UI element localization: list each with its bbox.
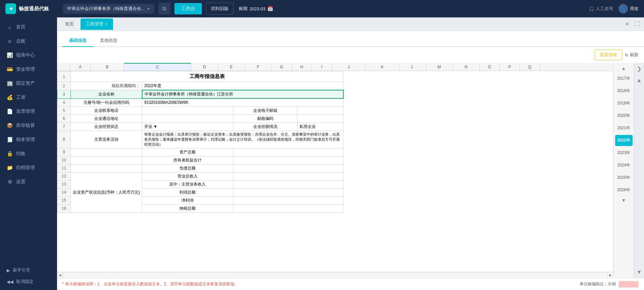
spreadsheet-table-body[interactable]: 1 工商年报信息表 2 税款所属期间： 2022年度 3 <box>57 71 613 272</box>
r7-control[interactable]: 私营企业 <box>297 123 343 131</box>
col-d-header: D <box>191 63 218 71</box>
sub-tab-other[interactable]: 其他信息 <box>93 35 124 47</box>
nav-down-icon[interactable]: ▼ <box>635 267 643 278</box>
scroll-left-icon[interactable]: ◀ <box>57 272 63 278</box>
r5-phone[interactable] <box>142 106 233 115</box>
old-version-button[interactable]: 切到旧版 <box>206 3 233 15</box>
r3-value[interactable]: 中审众环会计师事务所（特殊普通合伙）江苏分所 <box>142 90 343 98</box>
tab-close-icon[interactable]: × <box>105 22 108 26</box>
calendar-icon[interactable]: 📅 <box>267 6 273 11</box>
company-selector[interactable]: 中审众环会计师事务所（特殊普通合伙... ▼ <box>63 4 154 14</box>
table-row: 5 企业联系电话 企业电子邮箱 <box>57 106 343 115</box>
row-num-header <box>57 63 70 71</box>
r14-label: 利润总额 <box>142 188 233 196</box>
copy-button[interactable]: ⧉ <box>158 3 170 15</box>
table-row: 1 工商年报信息表 <box>57 71 343 82</box>
headset-icon: 🎧 <box>589 6 594 11</box>
sidebar-item-ledger[interactable]: ≡ 总账 <box>0 34 57 48</box>
tab-expand-button[interactable]: ⛶ <box>633 19 641 28</box>
settings-icon: ⚙ <box>7 179 13 185</box>
service-button[interactable]: 🎧 人工咨询 <box>589 6 613 12</box>
r14-value[interactable] <box>233 188 343 196</box>
r12-group-label: 企业资产状况信息(币种：人民币万元) <box>71 172 142 212</box>
unpin-button[interactable]: ◀◀ 取消固定 <box>0 276 57 287</box>
tab-business[interactable]: 工商管理 × <box>80 18 113 30</box>
sidebar-item-home[interactable]: ⌂ 首页 <box>0 20 57 34</box>
r6-postal[interactable] <box>297 115 343 123</box>
period-value: 2023-03 <box>250 6 266 11</box>
scroll-right-icon[interactable]: ▶ <box>607 272 613 278</box>
payroll-icon: 💰 <box>7 94 13 100</box>
year-up-arrow-icon[interactable]: ▲ <box>620 64 628 72</box>
col-b-header: B <box>91 63 124 71</box>
period-label: 账期 <box>239 6 248 12</box>
r11-value[interactable] <box>233 164 343 172</box>
year-2026[interactable]: 2026年 <box>615 185 633 196</box>
sidebar-item-finance[interactable]: 💳 资金管理 <box>0 62 57 76</box>
r2-value[interactable]: 2022年度 <box>142 82 343 90</box>
year-2020[interactable]: 2020年 <box>615 110 633 121</box>
reset-button[interactable]: 重置报表 <box>595 50 622 60</box>
r9-value[interactable] <box>233 148 343 156</box>
nav-collapse-icon[interactable]: ❯ <box>636 63 643 75</box>
r15-value[interactable] <box>233 196 343 204</box>
bottom-scrollbar[interactable]: ◀ ▶ <box>57 272 613 278</box>
r7-status[interactable]: 开业 ▼ <box>142 123 233 131</box>
tabs-bar: 首页 工商管理 × ✕ ⛶ <box>57 17 644 31</box>
sidebar-item-archive[interactable]: 📁 归档管理 <box>0 161 57 175</box>
year-2023[interactable]: 2023年 <box>615 147 633 158</box>
r4-value[interactable]: 91320100MA208E5W6K <box>142 98 343 106</box>
sidebar-item-reports[interactable]: 📊 报表中心 <box>0 48 57 62</box>
row-num-16: 16 <box>57 204 71 212</box>
workbench-button[interactable]: 工作台 <box>174 3 202 14</box>
invoice-icon: 📄 <box>7 108 13 115</box>
sidebar-item-assets[interactable]: 🏢 固定资产 <box>0 76 57 90</box>
user-area[interactable]: 👤 用友 <box>619 4 639 13</box>
new-guide-button[interactable]: ▶ 新手引导 <box>0 265 57 276</box>
col-header-row: A B C D E F G H I J K L M N O <box>57 63 613 71</box>
sidebar-item-inventory[interactable]: 📦 库存核算 <box>0 119 57 133</box>
r10-value[interactable] <box>233 156 343 164</box>
period-area: 账期 2023-03 📅 <box>239 6 273 12</box>
r15-label: 净利润 <box>142 196 233 204</box>
year-2019[interactable]: 2019年 <box>615 98 633 109</box>
year-down-arrow-icon[interactable]: ▼ <box>620 196 628 204</box>
tab-home[interactable]: 首页 <box>60 18 79 30</box>
row-num-3: 3 <box>57 90 71 98</box>
year-2025[interactable]: 2025年 <box>615 172 633 183</box>
nav-up-icon[interactable]: ▲ <box>635 75 643 86</box>
year-2024[interactable]: 2024年 <box>615 160 633 171</box>
r8-business[interactable]: 审查企业会计报表；出具审计报告；验证企业资本；出具验资报告；办理企业合并、分立、… <box>142 131 343 148</box>
refresh-button[interactable]: ↻ 刷新 <box>625 52 639 58</box>
row-num-13: 13 <box>57 180 71 188</box>
sidebar-label-finance: 资金管理 <box>16 66 35 72</box>
r6-address[interactable] <box>142 115 233 123</box>
r16-value[interactable] <box>233 204 343 212</box>
sidebar-label-archive: 归档管理 <box>16 165 35 171</box>
r13-value[interactable] <box>233 180 343 188</box>
row-num-10: 10 <box>57 156 71 164</box>
sub-tab-basic[interactable]: 基础信息 <box>62 35 93 47</box>
row-num-11: 11 <box>57 164 71 172</box>
year-2022[interactable]: 2022年 <box>615 135 633 146</box>
r5-email[interactable] <box>297 106 343 115</box>
sidebar-item-settings[interactable]: ⚙ 设置 <box>0 175 57 189</box>
table-row: 2 税款所属期间： 2022年度 <box>57 82 343 90</box>
sidebar-item-invoice[interactable]: 📄 发票管理 <box>0 104 57 119</box>
status-right: 单元格编辑过：示例 <box>580 281 639 288</box>
sidebar-item-payroll[interactable]: 💰 工资 <box>0 90 57 104</box>
year-2017[interactable]: 2017年 <box>615 73 633 84</box>
title-cell[interactable]: 工商年报信息表 <box>71 71 343 82</box>
sidebar-item-tax[interactable]: 🧾 税务管理 <box>0 133 57 147</box>
r12-value[interactable] <box>233 172 343 180</box>
tab-close-button[interactable]: ✕ <box>624 19 631 28</box>
year-2021[interactable]: 2021年 <box>615 123 633 134</box>
row-num-12: 12 <box>57 172 71 180</box>
col-f-header: F <box>245 63 272 71</box>
sidebar-item-closing[interactable]: 🔒 结账 <box>0 147 57 161</box>
r12-label: 营业总收入 <box>142 172 233 180</box>
r9-label: 资产总额 <box>142 148 233 156</box>
row-num-5: 5 <box>57 106 71 115</box>
row-num-1: 1 <box>57 71 71 82</box>
year-2018[interactable]: 2018年 <box>615 85 633 96</box>
